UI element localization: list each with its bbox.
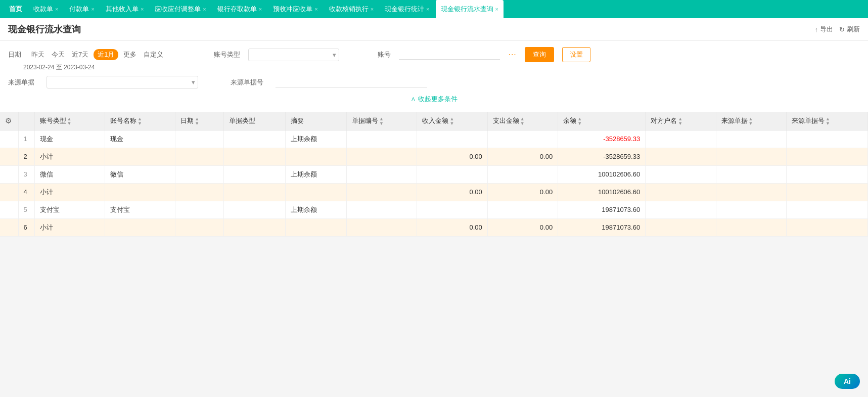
row-account-type: 支付宝 [34,201,105,218]
row-account-type: 小计 [34,183,105,201]
column-counterparty[interactable]: 对方户名▲▼ [646,112,716,130]
account-type-select[interactable] [248,49,339,61]
account-label: 账号 [378,50,391,59]
column-gear: ⚙ [0,112,18,130]
column-source-doc[interactable]: 来源单据▲▼ [716,112,786,130]
row-summary: 上期余额 [285,130,346,148]
shortcut-more[interactable]: 更多 [121,50,139,60]
row-source-doc [716,183,786,201]
column-expense[interactable]: 支出金额▲▼ [487,112,558,130]
row-index: 3 [18,165,34,183]
table-row: 3 微信 微信 上期余额 100102606.60 [0,165,868,183]
row-counterparty [646,165,716,183]
shortcut-custom[interactable]: 自定义 [142,50,165,60]
export-button[interactable]: ↑ 导出 [815,25,834,34]
refresh-button[interactable]: ↻ 刷新 [839,25,860,34]
collapse-bar[interactable]: ∧ 收起更多条件 [8,93,860,106]
close-icon[interactable]: × [55,6,58,12]
row-account-name [105,183,175,201]
row-gear-cell [0,130,18,148]
row-income: 0.00 [417,218,487,236]
dots-button[interactable]: ··· [508,50,516,59]
row-doc-type [224,165,285,183]
shortcut-1month[interactable]: 近1月 [94,49,118,60]
row-summary: 上期余额 [285,201,346,218]
shortcut-yesterday[interactable]: 昨天 [29,50,47,60]
row-date [175,201,224,218]
row-doc-type [224,201,285,218]
row-source-doc-no [786,201,867,218]
table-row: 6 小计 0.00 0.00 19871073.60 [0,218,868,236]
row-expense: 0.00 [487,148,558,165]
source-doc-no-label: 来源单据号 [231,78,263,87]
settings-button[interactable]: 设置 [562,47,590,62]
nav-item-payments[interactable]: 付款单 × [64,0,99,18]
row-account-name: 现金 [105,130,175,148]
nav-item-receipts[interactable]: 收款单 × [28,0,63,18]
row-account-type: 小计 [34,148,105,165]
column-doc-type: 单据类型 [224,112,285,130]
row-account-name: 支付宝 [105,201,175,218]
gear-icon[interactable]: ⚙ [5,116,12,125]
shortcut-7days[interactable]: 近7天 [70,50,90,60]
nav-item-bank-deposit[interactable]: 银行存取款单 × [212,0,267,18]
nav-item-pre-collect[interactable]: 预收冲应收单 × [268,0,323,18]
row-doc-no [346,218,417,236]
nav-item-home[interactable]: 首页 [4,0,27,18]
row-balance: 100102606.60 [558,183,646,201]
close-icon[interactable]: × [91,6,94,12]
row-gear-cell [0,165,18,183]
nav-item-other-income[interactable]: 其他收入单 × [101,0,149,18]
nav-item-cash-bank-stat[interactable]: 现金银行统计 × [380,0,434,18]
row-counterparty [646,218,716,236]
close-icon[interactable]: × [371,6,374,12]
column-account-name[interactable]: 账号名称▲▼ [105,112,175,130]
source-doc-select-wrapper: ▾ [47,76,198,89]
row-doc-type [224,218,285,236]
source-doc-select[interactable] [47,76,198,89]
query-button[interactable]: 查询 [525,47,554,62]
row-expense: 0.00 [487,183,558,201]
row-index: 2 [18,148,34,165]
row-gear-cell [0,201,18,218]
column-account-type[interactable]: 账号类型▲▼ [34,112,105,130]
row-date [175,183,224,201]
close-icon[interactable]: × [426,6,429,12]
close-icon[interactable]: × [314,6,317,12]
row-index: 1 [18,130,34,148]
account-input[interactable] [399,50,500,60]
refresh-icon: ↻ [839,26,845,33]
column-doc-no[interactable]: 单据编号▲▼ [346,112,417,130]
column-balance[interactable]: 余额▲▼ [558,112,646,130]
row-balance: -3528659.33 [558,130,646,148]
table-row: 1 现金 现金 上期余额 -3528659.33 [0,130,868,148]
row-counterparty [646,148,716,165]
close-icon[interactable]: × [203,6,206,12]
close-icon[interactable]: × [259,6,262,12]
row-counterparty [646,201,716,218]
row-doc-type [224,148,285,165]
column-income[interactable]: 收入金额▲▼ [417,112,487,130]
source-doc-no-input[interactable] [276,77,427,87]
row-account-name: 微信 [105,165,175,183]
row-index: 4 [18,183,34,201]
row-expense [487,165,558,183]
column-source-doc-no[interactable]: 来源单据号▲▼ [786,112,867,130]
row-balance: -3528659.33 [558,148,646,165]
row-date [175,218,224,236]
nav-item-ar-ap-adjust[interactable]: 应收应付调整单 × [150,0,211,18]
date-range-display: 2023-02-24 至 2023-03-24 [23,64,95,71]
export-icon: ↑ [815,26,818,33]
row-counterparty [646,183,716,201]
close-icon[interactable]: × [141,6,144,12]
table-body: 1 现金 现金 上期余额 -3528659.33 2 小计 0.00 0.00 … [0,130,868,236]
close-icon[interactable]: × [495,6,498,12]
source-doc-label: 来源单据 [8,78,34,87]
shortcut-today[interactable]: 今天 [50,50,67,60]
row-doc-no [346,201,417,218]
nav-item-receipt-verify[interactable]: 收款核销执行 × [324,0,379,18]
row-account-name [105,148,175,165]
account-type-select-wrapper: ▾ [248,49,339,61]
nav-item-cash-bank-flow[interactable]: 现金银行流水查询 × [436,0,504,18]
column-date[interactable]: 日期▲▼ [175,112,224,130]
